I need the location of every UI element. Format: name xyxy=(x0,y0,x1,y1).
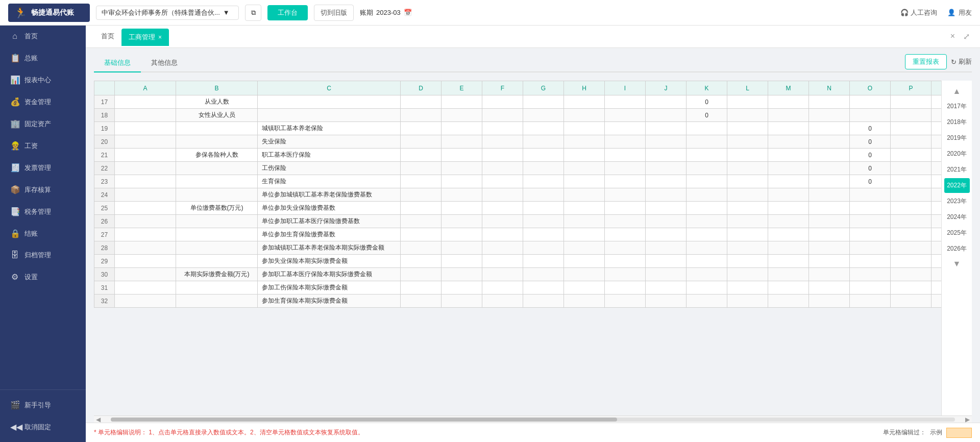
table-cell[interactable] xyxy=(115,109,176,122)
table-cell[interactable] xyxy=(482,215,523,228)
table-cell[interactable] xyxy=(442,228,482,241)
table-cell[interactable] xyxy=(115,228,176,241)
table-cell[interactable] xyxy=(442,294,482,308)
table-cell[interactable] xyxy=(482,95,523,109)
sidebar-item-close[interactable]: 🔒 结账 xyxy=(0,223,86,244)
table-cell[interactable] xyxy=(727,175,768,188)
table-cell[interactable] xyxy=(564,95,605,109)
table-cell[interactable] xyxy=(891,268,932,281)
reset-report-button[interactable]: 重置报表 xyxy=(905,54,947,69)
table-cell[interactable] xyxy=(768,109,809,122)
table-cell[interactable] xyxy=(646,228,687,241)
table-scroll[interactable]: A B C D E F G H I J K L xyxy=(94,81,941,415)
table-cell[interactable] xyxy=(176,135,258,149)
table-cell[interactable] xyxy=(115,122,176,135)
year-item-2018[interactable]: 2018年 xyxy=(944,115,970,130)
table-cell[interactable] xyxy=(932,149,942,162)
calendar-icon[interactable]: 📅 xyxy=(404,9,412,16)
table-cell[interactable] xyxy=(523,162,564,175)
table-cell[interactable] xyxy=(850,95,891,109)
table-cell[interactable] xyxy=(523,215,564,228)
table-cell[interactable] xyxy=(605,188,646,202)
table-cell[interactable] xyxy=(646,149,687,162)
table-cell[interactable]: 0 xyxy=(850,175,891,188)
table-cell[interactable] xyxy=(605,162,646,175)
table-cell[interactable] xyxy=(768,215,809,228)
table-cell[interactable] xyxy=(891,135,932,149)
table-cell[interactable] xyxy=(687,241,727,255)
table-cell[interactable] xyxy=(932,294,942,308)
table-cell[interactable] xyxy=(442,109,482,122)
table-cell[interactable] xyxy=(115,149,176,162)
table-cell[interactable] xyxy=(176,228,258,241)
tab-close-icon[interactable]: × xyxy=(158,34,162,41)
table-cell[interactable] xyxy=(176,281,258,294)
table-cell[interactable]: 参加生育保险本期实际缴费金额 xyxy=(258,294,401,308)
table-cell[interactable] xyxy=(687,255,727,268)
sub-tab-other[interactable]: 其他信息 xyxy=(141,54,188,72)
table-cell[interactable] xyxy=(176,241,258,255)
table-cell[interactable] xyxy=(768,135,809,149)
table-cell[interactable]: 参保各险种人数 xyxy=(176,149,258,162)
table-cell[interactable] xyxy=(401,95,442,109)
table-cell[interactable] xyxy=(401,268,442,281)
table-cell[interactable] xyxy=(932,175,942,188)
h-scroll-left-arrow[interactable]: ◀ xyxy=(94,416,103,423)
table-row[interactable]: 26单位参加职工基本医疗保险缴费基数 xyxy=(94,215,942,228)
workbench-button[interactable]: 工作台 xyxy=(267,5,308,20)
table-cell[interactable] xyxy=(523,281,564,294)
table-cell[interactable] xyxy=(768,294,809,308)
table-cell[interactable] xyxy=(442,122,482,135)
table-cell[interactable] xyxy=(727,294,768,308)
table-cell[interactable] xyxy=(523,202,564,215)
table-cell[interactable] xyxy=(258,95,401,109)
table-cell[interactable] xyxy=(646,175,687,188)
table-cell[interactable] xyxy=(176,188,258,202)
table-cell[interactable] xyxy=(850,294,891,308)
table-cell[interactable] xyxy=(564,241,605,255)
table-cell[interactable] xyxy=(115,188,176,202)
table-cell[interactable] xyxy=(646,281,687,294)
sidebar-item-home[interactable]: ⌂ 首页 xyxy=(0,26,86,47)
table-cell[interactable] xyxy=(891,294,932,308)
table-cell[interactable] xyxy=(891,175,932,188)
table-cell[interactable] xyxy=(564,135,605,149)
table-cell[interactable] xyxy=(401,241,442,255)
table-cell[interactable] xyxy=(932,202,942,215)
table-cell[interactable] xyxy=(809,268,850,281)
table-cell[interactable] xyxy=(176,122,258,135)
table-cell[interactable] xyxy=(401,228,442,241)
table-cell[interactable]: 城镇职工基本养老保险 xyxy=(258,122,401,135)
table-cell[interactable] xyxy=(768,95,809,109)
table-cell[interactable] xyxy=(401,149,442,162)
table-cell[interactable]: 单位缴费基数(万元) xyxy=(176,202,258,215)
table-cell[interactable] xyxy=(442,215,482,228)
table-cell[interactable] xyxy=(605,149,646,162)
table-cell[interactable] xyxy=(687,281,727,294)
h-scroll-right-arrow[interactable]: ▶ xyxy=(963,416,972,423)
table-row[interactable]: 32参加生育保险本期实际缴费金额 xyxy=(94,294,942,308)
table-cell[interactable] xyxy=(809,109,850,122)
horizontal-scrollbar[interactable]: ◀ ▶ xyxy=(94,415,972,423)
table-cell[interactable] xyxy=(115,255,176,268)
table-cell[interactable] xyxy=(850,109,891,122)
table-cell[interactable]: 参加工伤保险本期实际缴费金额 xyxy=(258,281,401,294)
table-cell[interactable] xyxy=(850,281,891,294)
table-cell[interactable] xyxy=(727,255,768,268)
table-cell[interactable] xyxy=(605,241,646,255)
table-row[interactable]: 28参加城镇职工基本养老保险本期实际缴费金额 xyxy=(94,241,942,255)
table-cell[interactable] xyxy=(523,175,564,188)
table-cell[interactable] xyxy=(687,188,727,202)
table-cell[interactable] xyxy=(482,122,523,135)
table-cell[interactable]: 单位参加生育保险缴费基数 xyxy=(258,228,401,241)
table-cell[interactable] xyxy=(727,188,768,202)
table-row[interactable]: 17从业人数0 xyxy=(94,95,942,109)
table-cell[interactable] xyxy=(850,255,891,268)
table-cell[interactable] xyxy=(932,215,942,228)
table-cell[interactable] xyxy=(809,188,850,202)
sidebar-item-tax[interactable]: 📑 税务管理 xyxy=(0,201,86,223)
table-cell[interactable]: 0 xyxy=(687,109,727,122)
table-cell[interactable] xyxy=(932,268,942,281)
table-cell[interactable] xyxy=(768,281,809,294)
table-cell[interactable]: 0 xyxy=(850,149,891,162)
